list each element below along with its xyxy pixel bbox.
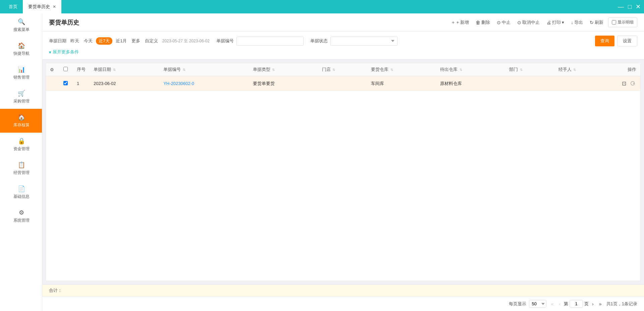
sales-icon: 📊	[18, 66, 25, 73]
prev-page-button[interactable]: ‹	[557, 300, 562, 308]
row-index: 1	[73, 76, 90, 91]
col-store[interactable]: 门店 ⇅	[318, 63, 367, 76]
content-area: 要货单历史 ＋ + 新增 🗑 删除 ⊙ 中止 ⊙	[42, 13, 644, 311]
page-number-input[interactable]	[570, 300, 583, 308]
sort-icon-store: ⇅	[332, 68, 335, 72]
doc-number-filter: 单据编号	[216, 37, 304, 46]
first-page-button[interactable]: «	[549, 300, 556, 308]
doc-number-label: 单据编号	[216, 38, 234, 44]
col-doc-date[interactable]: 单据日期 ⇅	[90, 63, 159, 76]
sort-icon-pending-warehouse: ⇅	[460, 68, 462, 72]
tab-requisition-history[interactable]: 要货单历史 ✕	[23, 0, 61, 13]
purchase-icon: 🛒	[18, 90, 25, 97]
date-today[interactable]: 今天	[83, 37, 94, 45]
col-doc-number[interactable]: 单据编号 ⇅	[159, 63, 249, 76]
sidebar-item-operations-mgmt[interactable]: 📋 经营管理	[0, 157, 42, 180]
date-filter: 单据日期 昨天 今天 近7天 近1月 更多 自定义 2023-05-27 至 2…	[49, 37, 210, 45]
delete-button[interactable]: 🗑 删除	[474, 18, 492, 27]
select-all-checkbox[interactable]	[63, 67, 68, 71]
col-settings[interactable]: ⚙	[46, 63, 59, 76]
date-range-display: 2023-05-27 至 2023-06-02	[162, 38, 209, 44]
stop-icon: ⊙	[497, 20, 501, 25]
table-header: ⚙ 序号 单据日期 ⇅ 单据编号 ⇅ 单据类型 ⇅ 门店 ⇅ 要货仓库 ⇅ 待出…	[46, 63, 640, 76]
window-close-button[interactable]: ✕	[636, 3, 641, 10]
col-checkbox-header	[59, 63, 73, 76]
row-pending-warehouse: 原材料仓库	[436, 76, 505, 91]
row-doc-number: YH-20230602-0	[159, 76, 249, 91]
cancel-stop-icon: ⊙	[517, 20, 521, 25]
page-header: 要货单历史 ＋ + 新增 🗑 删除 ⊙ 中止 ⊙	[42, 13, 644, 32]
page-nav: « ‹ 第 页 › »	[549, 300, 604, 308]
status-filter: 单据状态	[310, 37, 397, 46]
system-icon: ⚙	[19, 209, 24, 216]
display-detail-toggle[interactable]: 显示明细	[608, 17, 637, 27]
date-yesterday[interactable]: 昨天	[69, 37, 80, 45]
date-filter-label: 单据日期	[49, 38, 66, 44]
col-handler[interactable]: 经手人 ⇅	[554, 63, 613, 76]
col-doc-type[interactable]: 单据类型 ⇅	[249, 63, 318, 76]
header-actions: ＋ + 新增 🗑 删除 ⊙ 中止 ⊙ 取消中止	[449, 17, 637, 27]
chevron-down-icon: ▾	[49, 50, 51, 55]
row-store	[318, 76, 367, 91]
quick-nav-icon: 🏠	[18, 42, 25, 49]
row-handler	[554, 76, 613, 91]
last-page-button[interactable]: »	[597, 300, 604, 308]
sidebar-item-finance-mgmt[interactable]: 🔒 资金管理	[0, 133, 42, 157]
status-select[interactable]	[330, 37, 397, 46]
col-action: 操作	[613, 63, 640, 76]
refresh-icon: ↻	[590, 20, 594, 25]
inventory-icon: 🏠	[18, 114, 25, 121]
sort-icon-req-warehouse: ⇅	[390, 68, 393, 72]
page-size-select[interactable]: 50 10 20 100	[529, 300, 546, 308]
date-more[interactable]: 更多	[130, 37, 142, 45]
print-dropdown-icon: ▾	[562, 20, 564, 25]
display-detail-checkbox[interactable]	[612, 20, 616, 25]
sidebar-item-basic-info[interactable]: 📄 基础信息	[0, 180, 42, 204]
expand-more-button[interactable]: ▾ 展开更多条件	[49, 49, 637, 55]
table-row[interactable]: 1 2023-06-02 YH-20230602-0 要货单要货 车间库 原材料…	[46, 76, 640, 91]
sidebar-item-quick-nav[interactable]: 🏠 快捷导航	[0, 37, 42, 61]
tab-home[interactable]: 首页	[3, 0, 23, 13]
sidebar: 🔍 搜索菜单 🏠 快捷导航 📊 销售管理 🛒 采购管理 🏠 库存核算 🔒	[0, 13, 42, 311]
date-last-month[interactable]: 近1月	[114, 37, 128, 45]
sort-icon-handler: ⇅	[573, 68, 576, 72]
sort-icon-doc-number: ⇅	[183, 68, 185, 72]
doc-number-link[interactable]: YH-20230602-0	[163, 81, 194, 86]
col-pending-warehouse[interactable]: 待出仓库 ⇅	[436, 63, 505, 76]
row-action-cell: ⊡ ⚆	[613, 76, 640, 91]
col-index: 序号	[73, 63, 90, 76]
print-icon: 🖨	[546, 20, 551, 25]
sidebar-item-search-menu[interactable]: 🔍 搜索菜单	[0, 13, 42, 37]
col-req-warehouse[interactable]: 要货仓库 ⇅	[367, 63, 436, 76]
stop-button[interactable]: ⊙ 中止	[495, 18, 513, 27]
date-custom[interactable]: 自定义	[144, 37, 159, 45]
page-label-last: 页	[584, 301, 589, 307]
cancel-stop-button[interactable]: ⊙ 取消中止	[515, 18, 542, 27]
filter-row: 单据日期 昨天 今天 近7天 近1月 更多 自定义 2023-05-27 至 2…	[49, 36, 637, 46]
row-view-button[interactable]: ⊡	[621, 80, 628, 87]
date-last7days[interactable]: 近7天	[96, 37, 112, 45]
operations-icon: 📋	[18, 161, 25, 169]
doc-number-input[interactable]	[236, 37, 304, 46]
window-maximize-button[interactable]: □	[628, 3, 632, 10]
row-checkbox[interactable]	[63, 81, 68, 85]
table-container: ⚙ 序号 单据日期 ⇅ 单据编号 ⇅ 单据类型 ⇅ 门店 ⇅ 要货仓库 ⇅ 待出…	[46, 63, 641, 281]
sidebar-item-inventory-calc[interactable]: 🏠 库存核算	[0, 109, 42, 133]
export-button[interactable]: ↓ 导出	[569, 18, 585, 27]
sidebar-item-sales-mgmt[interactable]: 📊 销售管理	[0, 61, 42, 85]
sort-icon-department: ⇅	[520, 68, 523, 72]
next-page-button[interactable]: ›	[590, 300, 596, 308]
row-doc-date: 2023-06-02	[90, 76, 159, 91]
sidebar-item-system-mgmt[interactable]: ⚙ 系统管理	[0, 204, 42, 228]
query-button[interactable]: 查询	[595, 36, 614, 46]
col-department[interactable]: 部门 ⇅	[505, 63, 554, 76]
tab-close-icon[interactable]: ✕	[53, 4, 56, 9]
sidebar-item-purchase-mgmt[interactable]: 🛒 采购管理	[0, 85, 42, 109]
row-more-button[interactable]: ⚆	[629, 80, 636, 87]
refresh-button[interactable]: ↻ 刷新	[588, 18, 605, 27]
print-button[interactable]: 🖨 打印 ▾	[544, 18, 566, 27]
window-minimize-button[interactable]: —	[618, 3, 624, 10]
settings-button[interactable]: 设置	[617, 36, 637, 46]
sort-icon-doc-type: ⇅	[272, 68, 275, 72]
new-button[interactable]: ＋ + 新增	[449, 18, 471, 27]
